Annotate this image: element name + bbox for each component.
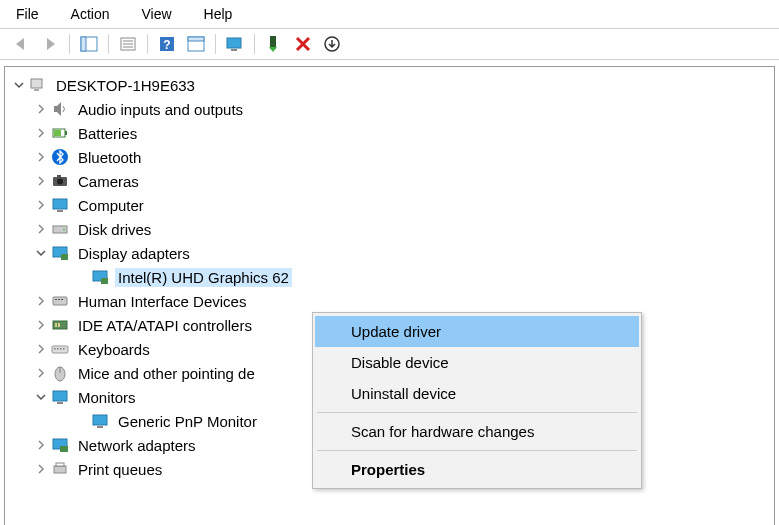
expand-arrow-icon[interactable] (33, 293, 49, 309)
camera-icon (49, 170, 71, 192)
expand-arrow-icon[interactable] (33, 437, 49, 453)
svg-rect-31 (53, 297, 67, 305)
properties-icon (119, 36, 137, 52)
context-uninstall-device[interactable]: Uninstall device (315, 378, 639, 409)
update-driver-button[interactable] (319, 32, 345, 56)
svg-rect-17 (65, 131, 67, 135)
collapse-arrow-icon[interactable] (11, 77, 27, 93)
speaker-icon (49, 98, 71, 120)
context-separator (317, 412, 637, 413)
tree-item-bluetooth[interactable]: Bluetooth (5, 145, 774, 169)
tree-item-disk-drives[interactable]: Disk drives (5, 217, 774, 241)
tree-item-label: Display adapters (75, 244, 193, 263)
ide-controller-icon (49, 314, 71, 336)
svg-rect-15 (34, 89, 39, 91)
tree-item-label: Generic PnP Monitor (115, 412, 260, 431)
printer-icon (49, 458, 71, 480)
show-hide-tree-button[interactable] (76, 32, 102, 56)
svg-rect-51 (54, 466, 66, 473)
help-icon: ? (158, 35, 176, 53)
back-arrow-icon (12, 35, 30, 53)
toolbar: ? (0, 28, 779, 60)
expand-arrow-icon[interactable] (33, 341, 49, 357)
svg-rect-1 (81, 37, 86, 51)
tree-toggle-icon (80, 36, 98, 52)
context-scan-hardware[interactable]: Scan for hardware changes (315, 416, 639, 447)
tree-root[interactable]: DESKTOP-1H9E633 (5, 73, 774, 97)
svg-rect-18 (54, 130, 61, 136)
expand-arrow-icon[interactable] (33, 125, 49, 141)
tree-item-batteries[interactable]: Batteries (5, 121, 774, 145)
svg-rect-46 (57, 402, 63, 404)
svg-rect-42 (63, 348, 65, 350)
help-button[interactable]: ? (154, 32, 180, 56)
svg-rect-33 (58, 299, 60, 300)
mouse-icon (49, 362, 71, 384)
details-button[interactable] (183, 32, 209, 56)
tree-item-computer[interactable]: Computer (5, 193, 774, 217)
expand-arrow-icon[interactable] (33, 461, 49, 477)
svg-rect-50 (60, 446, 68, 452)
toolbar-separator (254, 34, 255, 54)
svg-rect-37 (58, 323, 60, 327)
tree-item-label: Audio inputs and outputs (75, 100, 246, 119)
context-disable-device[interactable]: Disable device (315, 347, 639, 378)
expand-arrow-icon[interactable] (33, 173, 49, 189)
expand-arrow-icon[interactable] (33, 149, 49, 165)
tree-item-label: Print queues (75, 460, 165, 479)
back-button[interactable] (8, 32, 34, 56)
enable-device-icon (266, 35, 282, 53)
svg-rect-32 (55, 299, 57, 300)
tree-item-display-adapters[interactable]: Display adapters (5, 241, 774, 265)
disable-device-button[interactable] (290, 32, 316, 56)
context-properties[interactable]: Properties (315, 454, 639, 485)
no-arrow (73, 413, 89, 429)
svg-point-26 (63, 229, 65, 231)
expand-arrow-icon[interactable] (33, 317, 49, 333)
tree-item-label: Cameras (75, 172, 142, 191)
svg-rect-23 (53, 199, 67, 209)
context-update-driver[interactable]: Update driver (315, 316, 639, 347)
forward-button[interactable] (37, 32, 63, 56)
scan-hardware-button[interactable] (222, 32, 248, 56)
expand-arrow-icon[interactable] (33, 101, 49, 117)
tree-item-label: Intel(R) UHD Graphics 62 (115, 268, 292, 287)
menu-help[interactable]: Help (198, 4, 239, 24)
forward-arrow-icon (41, 35, 59, 53)
display-adapter-icon (89, 266, 111, 288)
enable-device-button[interactable] (261, 32, 287, 56)
tree-item-label: Monitors (75, 388, 139, 407)
keyboard-icon (49, 338, 71, 360)
monitor-icon (49, 386, 71, 408)
details-icon (187, 36, 205, 52)
svg-rect-34 (61, 299, 63, 300)
network-icon (49, 434, 71, 456)
svg-rect-14 (31, 79, 42, 88)
properties-button[interactable] (115, 32, 141, 56)
svg-rect-39 (54, 348, 56, 350)
no-arrow (73, 269, 89, 285)
tree-item-label: Batteries (75, 124, 140, 143)
svg-point-21 (57, 179, 63, 185)
expand-arrow-icon[interactable] (33, 221, 49, 237)
tree-item-label: Mice and other pointing de (75, 364, 258, 383)
collapse-arrow-icon[interactable] (33, 245, 49, 261)
tree-item-label: Human Interface Devices (75, 292, 249, 311)
menu-view[interactable]: View (135, 4, 177, 24)
tree-item-hid[interactable]: Human Interface Devices (5, 289, 774, 313)
toolbar-separator (147, 34, 148, 54)
monitor-icon (49, 194, 71, 216)
menu-action[interactable]: Action (65, 4, 116, 24)
tree-item-audio[interactable]: Audio inputs and outputs (5, 97, 774, 121)
toolbar-separator (69, 34, 70, 54)
disable-x-icon (295, 36, 311, 52)
battery-icon (49, 122, 71, 144)
menu-file[interactable]: File (10, 4, 45, 24)
tree-item-cameras[interactable]: Cameras (5, 169, 774, 193)
collapse-arrow-icon[interactable] (33, 389, 49, 405)
svg-rect-10 (227, 38, 241, 48)
tree-item-intel-graphics[interactable]: Intel(R) UHD Graphics 62 (5, 265, 774, 289)
expand-arrow-icon[interactable] (33, 365, 49, 381)
expand-arrow-icon[interactable] (33, 197, 49, 213)
svg-rect-22 (57, 175, 61, 177)
